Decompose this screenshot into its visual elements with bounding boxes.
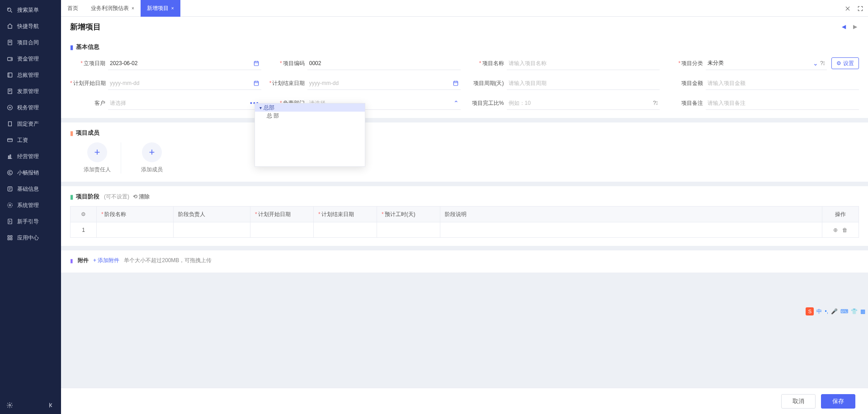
tab-new-project[interactable]: 新增项目× xyxy=(141,0,180,17)
members-row: + 添加责任人 + 添加成员 xyxy=(70,142,859,174)
add-attachment-button[interactable]: + 添加附件 xyxy=(93,257,119,264)
calendar-icon[interactable] xyxy=(453,80,459,86)
sidebar-item-quicknav[interactable]: 快捷导航 xyxy=(0,18,61,34)
close-all-icon[interactable] xyxy=(844,5,852,13)
cancel-button[interactable]: 取消 xyxy=(781,394,816,409)
cell-stage-owner[interactable] xyxy=(174,222,250,237)
ime-lang-badge[interactable]: 中 xyxy=(816,308,822,315)
cell-plan-end[interactable] xyxy=(314,222,377,237)
input[interactable] xyxy=(509,60,658,66)
chevron-up-icon[interactable]: ⌃ xyxy=(453,99,459,107)
th-stage-owner: 阶段负责人 xyxy=(174,207,250,222)
input[interactable] xyxy=(509,80,658,86)
sidebar-item-mgmt[interactable]: 经营管理 xyxy=(0,148,61,165)
ime-skin-icon[interactable]: 👕 xyxy=(851,308,858,315)
plan-start-input[interactable] xyxy=(108,76,261,90)
chevron-down-icon[interactable]: ⌄ xyxy=(813,60,818,67)
sidebar-search-label: 搜索菜单 xyxy=(17,6,39,14)
th-gear[interactable]: ⚙ xyxy=(71,207,97,222)
proj-code-input[interactable] xyxy=(307,56,461,70)
sidebar-footer xyxy=(0,396,61,414)
input[interactable] xyxy=(309,60,459,66)
input[interactable] xyxy=(309,80,450,86)
calendar-icon[interactable] xyxy=(253,60,259,66)
guide-icon xyxy=(6,218,14,225)
sidebar-item-ledger[interactable]: 总账管理 xyxy=(0,67,61,83)
delete-row-icon[interactable]: 🗑 xyxy=(842,227,848,233)
svg-point-27 xyxy=(8,203,13,208)
sidebar-item-tax[interactable]: 税务管理 xyxy=(0,99,61,116)
tab-profit-report[interactable]: 业务利润预估表× xyxy=(85,0,141,17)
plan-end-input[interactable] xyxy=(307,76,461,90)
ime-menu-icon[interactable]: ▦ xyxy=(860,308,865,315)
sidebar-search[interactable]: 搜索菜单 xyxy=(0,2,61,18)
field-proj-date: *立项日期 xyxy=(70,56,261,70)
fullscreen-icon[interactable] xyxy=(856,5,864,13)
ime-keyboard-icon[interactable]: ⌨ xyxy=(840,308,848,315)
prev-arrow-icon[interactable]: ◀ xyxy=(840,22,848,32)
input[interactable] xyxy=(708,60,810,66)
sidebar-item-contract[interactable]: 项目合同 xyxy=(0,34,61,51)
sidebar-item-label: 新手引导 xyxy=(17,218,39,226)
cell-stage-name[interactable] xyxy=(97,222,174,237)
sidebar-item-reimburse[interactable]: 小畅报销 xyxy=(0,165,61,181)
svg-point-33 xyxy=(9,404,11,406)
sidebar-item-label: 总账管理 xyxy=(17,71,39,79)
dropdown-option-root[interactable]: ▾总部 xyxy=(255,104,365,112)
proj-cat-select[interactable]: ⌄ ?⃝ xyxy=(706,56,827,70)
section-attach: ▮ 附件 + 添加附件 单个大小不超过200MB，可拖拽上传 xyxy=(61,250,868,273)
remark-input[interactable] xyxy=(706,96,859,110)
input[interactable] xyxy=(110,80,250,86)
add-responsible-button[interactable]: + xyxy=(87,142,107,162)
collapse-icon[interactable] xyxy=(48,402,55,409)
input[interactable] xyxy=(708,100,857,106)
sidebar-item-salary[interactable]: 工资 xyxy=(0,132,61,148)
sidebar-item-guide[interactable]: 新手引导 xyxy=(0,213,61,230)
input[interactable] xyxy=(509,100,651,106)
close-icon[interactable]: × xyxy=(132,6,134,11)
cell-desc[interactable] xyxy=(440,222,822,237)
help-icon[interactable]: ?⃝ xyxy=(820,60,825,66)
help-icon[interactable]: ?⃝ xyxy=(653,100,658,106)
sidebar-item-system[interactable]: 系统管理 xyxy=(0,197,61,213)
gear-icon[interactable] xyxy=(6,402,13,409)
section-members-title: ▮ 项目成员 xyxy=(70,129,859,137)
sidebar-item-fixedasset[interactable]: 固定资产 xyxy=(0,116,61,132)
settings-button[interactable]: ⚙设置 xyxy=(831,57,859,69)
section-stages: ▮ 项目阶段 (可不设置) ⟲清除 ⚙ *阶段名称 阶段负责人 *计划开始日期 … xyxy=(61,186,868,246)
proj-name-input[interactable] xyxy=(507,56,660,70)
input[interactable] xyxy=(708,80,857,86)
add-member-button[interactable]: + xyxy=(142,142,162,162)
svg-line-1 xyxy=(10,11,12,12)
label: 项目编码 xyxy=(283,60,305,66)
sidebar-item-finance[interactable]: 资金管理 xyxy=(0,51,61,67)
person-icon: ▮ xyxy=(70,130,73,136)
save-button[interactable]: 保存 xyxy=(821,394,855,409)
ime-logo-icon[interactable]: S xyxy=(806,307,814,315)
customer-select[interactable]: ••• xyxy=(108,96,261,110)
stage-row[interactable]: 1 ⊕ 🗑 xyxy=(71,222,859,237)
close-icon[interactable]: × xyxy=(171,6,174,11)
amount-input[interactable] xyxy=(706,76,859,90)
clear-stages-button[interactable]: ⟲清除 xyxy=(133,193,150,201)
field-plan-end: *计划结束日期 xyxy=(269,76,461,90)
ime-mic-icon[interactable]: 🎤 xyxy=(831,308,838,315)
cell-est-hours[interactable] xyxy=(377,222,440,237)
ime-punct-icon[interactable]: •, xyxy=(825,308,828,315)
next-arrow-icon[interactable]: ▶ xyxy=(851,22,859,32)
calendar-icon[interactable] xyxy=(253,80,259,86)
cell-plan-start[interactable] xyxy=(250,222,314,237)
done-pct-input[interactable]: ?⃝ xyxy=(507,96,660,110)
input[interactable] xyxy=(110,60,250,66)
sidebar-item-basicinfo[interactable]: 基础信息 xyxy=(0,181,61,197)
cycle-input[interactable] xyxy=(507,76,660,90)
sidebar-item-appcenter[interactable]: 应用中心 xyxy=(0,230,61,246)
add-row-icon[interactable]: ⊕ xyxy=(833,227,838,233)
tab-home[interactable]: 首页 xyxy=(61,0,85,17)
sidebar-item-invoice[interactable]: 发票管理 xyxy=(0,83,61,99)
sidebar-item-label: 税务管理 xyxy=(17,104,39,112)
tab-label: 新增项目 xyxy=(147,5,169,12)
input[interactable] xyxy=(110,100,247,106)
dropdown-option-child[interactable]: 总 部 xyxy=(255,112,365,120)
proj-date-input[interactable] xyxy=(108,56,261,70)
